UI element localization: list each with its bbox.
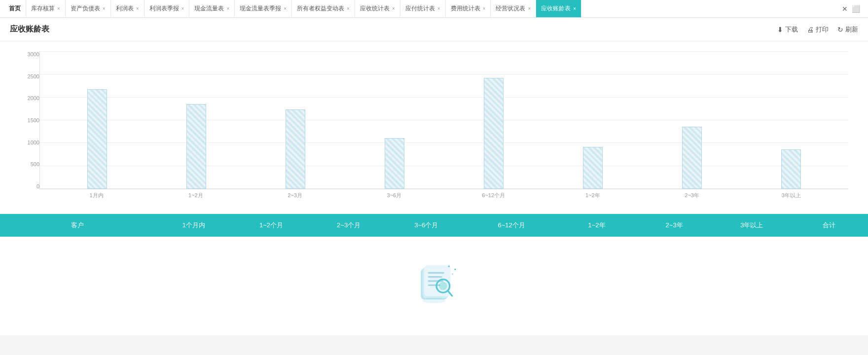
tab-close-equity[interactable]: × xyxy=(347,6,350,11)
bar-group xyxy=(452,78,536,189)
window-maximize-btn[interactable]: ⬜ xyxy=(852,5,860,13)
x-axis-label: 1~2年 xyxy=(550,192,635,199)
tab-close-inventory[interactable]: × xyxy=(57,6,60,11)
bar xyxy=(484,78,504,189)
tab-close-expense-stat[interactable]: × xyxy=(483,6,486,11)
chart-area: 050010001500200025003000 1月内1~2月2~3月3~6月… xyxy=(0,41,868,204)
x-axis-label: 1月内 xyxy=(54,192,139,199)
bar-group xyxy=(154,104,238,189)
x-axis-label: 3年以上 xyxy=(749,192,833,199)
tab-profit[interactable]: 利润表 × xyxy=(111,0,145,18)
y-axis-label: 1000 xyxy=(20,140,39,145)
tab-balance[interactable]: 资产负债表 × xyxy=(66,0,111,18)
x-labels: 1月内1~2月2~3月3~6月6~12个月1~2年2~3年3年以上 xyxy=(39,189,848,199)
svg-text:✦: ✦ xyxy=(454,268,457,271)
tab-close-receivable-stat[interactable]: × xyxy=(392,6,395,11)
tab-cashflow[interactable]: 现金流量表 × xyxy=(189,0,235,18)
table-header-cell: 2~3个月 xyxy=(310,221,388,230)
table-header-cell: 1~2年 xyxy=(558,221,635,230)
refresh-button[interactable]: ↻ 刷新 xyxy=(837,25,858,34)
table-header-cell: 6~12个月 xyxy=(465,221,558,230)
tab-operation[interactable]: 经营状况表 × xyxy=(491,0,536,18)
y-axis-label: 2000 xyxy=(20,95,39,101)
table-header-cell: 1个月内 xyxy=(155,221,232,230)
y-axis-label: 1500 xyxy=(20,117,39,123)
tab-bar: 首页 库存核算 × 资产负债表 × 利润表 × 利润表季报 × 现金流量表 × … xyxy=(0,0,868,18)
bar-group xyxy=(55,89,139,189)
download-icon: ⬇ xyxy=(777,26,783,34)
empty-state: ✦ ✦ ✦ xyxy=(0,237,868,335)
table-header-cell: 3年以上 xyxy=(713,221,791,230)
tab-close-aging[interactable]: × xyxy=(573,6,576,11)
y-axis-label: 500 xyxy=(20,161,39,167)
table-header: 客户1个月内1~2个月2~3个月3~6个月6~12个月1~2年2~3年3年以上合… xyxy=(0,214,868,237)
bar-group xyxy=(650,127,734,189)
svg-rect-5 xyxy=(428,276,442,278)
y-axis-label: 3000 xyxy=(20,51,39,57)
empty-icon: ✦ ✦ ✦ xyxy=(409,256,459,306)
table-header-cell: 1~2个月 xyxy=(232,221,310,230)
download-button[interactable]: ⬇ 下载 xyxy=(777,25,798,34)
tab-close-operation[interactable]: × xyxy=(528,6,531,11)
tab-receivable-stat[interactable]: 应收统计表 × xyxy=(355,0,400,18)
bar xyxy=(87,89,107,189)
bar xyxy=(286,109,305,189)
tab-aging[interactable]: 应收账龄表 × xyxy=(536,0,581,18)
tab-cashflow-quarter[interactable]: 现金流量表季报 × xyxy=(235,0,292,18)
y-axis-label: 0 xyxy=(20,183,39,189)
y-axis-label: 2500 xyxy=(20,73,39,79)
bar-group xyxy=(253,109,337,189)
chart-body: 1月内1~2月2~3月3~6月6~12个月1~2年2~3年3年以上 xyxy=(39,51,848,199)
bar xyxy=(682,127,702,189)
window-controls: ✕ ⬜ xyxy=(838,5,864,13)
grid-line xyxy=(40,97,848,98)
svg-rect-4 xyxy=(428,272,444,274)
bar-group xyxy=(749,149,833,189)
tab-close-profit[interactable]: × xyxy=(136,6,139,11)
x-axis-label: 3~6月 xyxy=(352,192,436,199)
header-actions: ⬇ 下载 🖨 打印 ↻ 刷新 xyxy=(777,25,858,34)
tab-home[interactable]: 首页 xyxy=(4,0,26,18)
svg-text:✦: ✦ xyxy=(447,264,451,269)
chart-wrapper: 050010001500200025003000 1月内1~2月2~3月3~6月… xyxy=(20,51,848,199)
bar-group xyxy=(352,138,436,189)
tab-close-payable-stat[interactable]: × xyxy=(437,6,440,11)
tab-expense-stat[interactable]: 费用统计表 × xyxy=(446,0,491,18)
x-axis-label: 2~3月 xyxy=(253,192,337,199)
tab-equity[interactable]: 所有者权益变动表 × xyxy=(292,0,355,18)
bar xyxy=(781,149,801,189)
tab-close-cashflow[interactable]: × xyxy=(226,6,229,11)
refresh-icon: ↻ xyxy=(837,26,843,34)
x-axis-label: 6~12个月 xyxy=(451,192,536,199)
grid-line xyxy=(40,74,848,74)
tab-inventory[interactable]: 库存核算 × xyxy=(26,0,66,18)
print-button[interactable]: 🖨 打印 xyxy=(807,25,829,34)
bar xyxy=(583,147,603,189)
tab-close-balance[interactable]: × xyxy=(103,6,106,11)
window-close-btn[interactable]: ✕ xyxy=(842,5,848,13)
print-icon: 🖨 xyxy=(807,26,814,34)
tab-profit-quarter[interactable]: 利润表季报 × xyxy=(145,0,190,18)
table-header-cell: 3~6个月 xyxy=(388,221,465,230)
table-header-cell: 客户 xyxy=(0,221,155,230)
svg-point-9 xyxy=(439,282,447,290)
tab-payable-stat[interactable]: 应付统计表 × xyxy=(400,0,446,18)
bar-group xyxy=(551,147,635,189)
page-title: 应收账龄表 xyxy=(10,24,49,35)
bar xyxy=(186,104,206,189)
table-header-cell: 合计 xyxy=(791,221,868,230)
tab-close-cashflow-quarter[interactable]: × xyxy=(284,6,287,11)
svg-rect-7 xyxy=(428,284,440,286)
x-axis-label: 2~3年 xyxy=(650,192,734,199)
chart-bars-area xyxy=(39,51,848,189)
page-header: 应收账龄表 ⬇ 下载 🖨 打印 ↻ 刷新 xyxy=(0,18,868,41)
y-axis: 050010001500200025003000 xyxy=(20,51,39,199)
bar xyxy=(385,138,404,189)
x-axis-label: 1~2月 xyxy=(153,192,238,199)
main-content: 050010001500200025003000 1月内1~2月2~3月3~6月… xyxy=(0,41,868,335)
tab-close-profit-quarter[interactable]: × xyxy=(181,6,184,11)
svg-text:✦: ✦ xyxy=(451,273,454,276)
grid-line xyxy=(40,51,848,52)
table-header-cell: 2~3年 xyxy=(636,221,713,230)
